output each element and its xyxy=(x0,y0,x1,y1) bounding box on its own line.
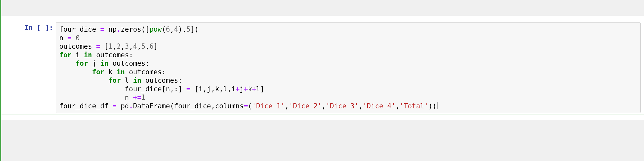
code-token: , xyxy=(145,42,150,50)
code-token: ( xyxy=(248,102,252,110)
code-token: for xyxy=(92,68,104,76)
code-token: = xyxy=(100,25,105,33)
code-line[interactable]: n +=1 xyxy=(59,93,637,102)
code-token: , xyxy=(113,42,117,50)
code-token: , xyxy=(396,102,400,110)
page-background-top xyxy=(0,0,644,16)
code-token: 3 xyxy=(125,42,129,50)
code-token: , xyxy=(322,102,326,110)
code-cell[interactable]: In [ ]: four_dice = np.zeros([pow(6,4),5… xyxy=(0,21,644,114)
code-line[interactable]: for i in outcomes: xyxy=(59,51,637,59)
code-line[interactable]: four_dice[n,:] = [i,j,k,l,i+j+k+l] xyxy=(59,85,637,93)
code-token: . xyxy=(129,102,133,110)
notebook-container: In [ ]: four_dice = np.zeros([pow(6,4),5… xyxy=(0,16,644,120)
code-token: in xyxy=(133,76,141,84)
code-token: outcomes: xyxy=(92,51,133,59)
code-token: + xyxy=(236,85,240,93)
code-token: 'Dice 4' xyxy=(363,102,395,110)
code-token: 5 xyxy=(186,25,190,33)
code-token: i xyxy=(72,51,84,59)
code-token xyxy=(59,68,92,76)
code-token: four_dice xyxy=(59,25,100,33)
text-cursor xyxy=(438,102,438,109)
code-token: , xyxy=(359,102,363,110)
code-token: )) xyxy=(428,102,436,110)
code-token: 4 xyxy=(174,25,178,33)
code-line[interactable]: outcomes = [1,2,3,4,5,6] xyxy=(59,42,637,51)
code-token: = xyxy=(186,85,190,93)
code-token: DataFrame(four_dice,columns xyxy=(133,102,244,110)
code-token: ]) xyxy=(190,25,199,33)
code-token: for xyxy=(59,51,72,59)
code-token: outcomes: xyxy=(108,59,150,67)
code-token: in xyxy=(117,68,125,76)
code-token: pd xyxy=(117,102,129,110)
code-token: zeros([ xyxy=(121,25,150,33)
code-token: 'Dice 3' xyxy=(326,102,359,110)
code-token: 'Total' xyxy=(400,102,428,110)
code-token: k xyxy=(104,68,117,76)
page-background-bottom xyxy=(0,120,644,135)
code-token: outcomes xyxy=(59,42,96,50)
code-token: 0 xyxy=(76,34,80,42)
code-token: 'Dice 1' xyxy=(252,102,285,110)
code-token: 1 xyxy=(108,42,113,50)
code-token: ( xyxy=(162,25,166,33)
code-token: 6 xyxy=(149,42,154,50)
code-token: j xyxy=(240,85,244,93)
code-token: k xyxy=(248,85,252,93)
code-token: + xyxy=(252,85,256,93)
code-token: = xyxy=(67,34,72,42)
code-token: 5 xyxy=(141,42,145,50)
code-token: 2 xyxy=(117,42,121,50)
code-token xyxy=(72,34,76,42)
code-token xyxy=(59,59,76,67)
code-token: , xyxy=(285,102,289,110)
code-line[interactable]: for k in outcomes: xyxy=(59,68,637,76)
code-token: += xyxy=(133,93,141,101)
code-token: four_dice_df xyxy=(59,102,113,110)
code-token: np xyxy=(104,25,117,33)
code-token: in xyxy=(84,51,92,59)
code-line[interactable]: n = 0 xyxy=(59,34,637,42)
code-token: n xyxy=(59,34,67,42)
code-token: l xyxy=(121,76,133,84)
code-line[interactable]: for j in outcomes: xyxy=(59,59,637,68)
code-token: , xyxy=(137,42,141,50)
code-token: ), xyxy=(178,25,186,33)
code-token: in xyxy=(100,59,108,67)
code-token: 6 xyxy=(166,25,170,33)
code-token xyxy=(59,76,108,84)
code-token: j xyxy=(88,59,100,67)
code-token: l] xyxy=(256,85,264,93)
code-token: for xyxy=(76,59,88,67)
code-token: outcomes: xyxy=(141,76,182,84)
input-prompt: In [ ]: xyxy=(0,21,56,114)
code-token: 1 xyxy=(141,93,145,101)
code-token: + xyxy=(244,85,248,93)
code-token: for xyxy=(108,76,121,84)
code-token: outcomes: xyxy=(125,68,166,76)
code-token: = xyxy=(244,102,248,110)
code-token: pow xyxy=(149,25,162,33)
code-token: [ xyxy=(100,42,108,50)
code-token: four_dice[n,:] xyxy=(59,85,186,93)
code-token: = xyxy=(96,42,100,50)
code-token: , xyxy=(170,25,174,33)
code-token: 4 xyxy=(133,42,137,50)
code-token: n xyxy=(59,93,133,101)
code-line[interactable]: four_dice_df = pd.DataFrame(four_dice,co… xyxy=(59,102,637,110)
code-token: = xyxy=(113,102,117,110)
code-token: [i,j,k,l,i xyxy=(190,85,236,93)
code-token: , xyxy=(129,42,133,50)
code-line[interactable]: four_dice = np.zeros([pow(6,4),5]) xyxy=(59,25,637,34)
code-token: 'Dice 2' xyxy=(289,102,322,110)
code-editor[interactable]: four_dice = np.zeros([pow(6,4),5])n = 0o… xyxy=(56,22,641,113)
code-token: . xyxy=(117,25,121,33)
code-line[interactable]: for l in outcomes: xyxy=(59,76,637,85)
code-token: ] xyxy=(154,42,158,50)
code-token: , xyxy=(121,42,125,50)
